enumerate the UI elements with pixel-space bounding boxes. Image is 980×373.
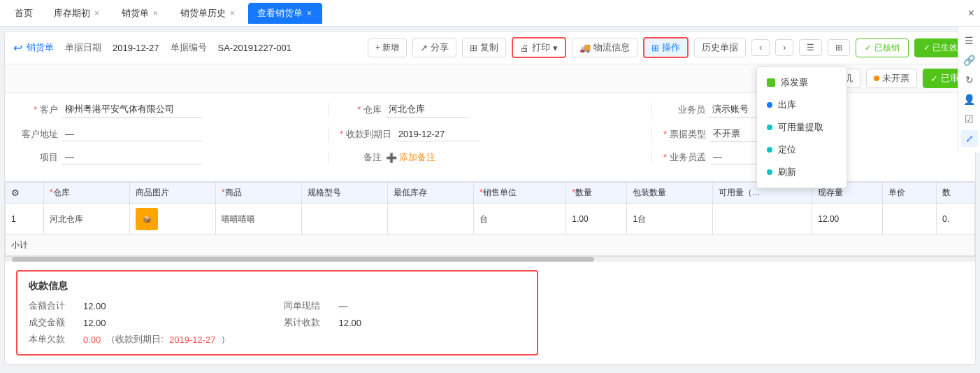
history-button[interactable]: 历史单据 [694, 38, 746, 57]
avail-extract-label: 可用量提取 [778, 121, 823, 134]
tab-view-sales[interactable]: 查看销货单 × [248, 3, 322, 24]
payment-date-value: 2019-12-27 [396, 127, 480, 141]
deal-amount-label: 成交金额 [29, 316, 78, 329]
deal-amount-value: 12.00 [83, 318, 106, 328]
subtotal-label: 小计 [6, 235, 975, 256]
copy-button[interactable]: ⊞ 复制 [462, 38, 506, 57]
col-price: 单价 [882, 183, 937, 204]
operation-icon: ⊞ [651, 43, 659, 53]
col-img: 商品图片 [129, 183, 215, 204]
dropdown-locate[interactable]: 定位 [757, 139, 846, 161]
share-button[interactable]: ↗ 分享 [412, 38, 456, 57]
sidebar-check-icon[interactable]: ☑ [961, 111, 978, 127]
customer-field: * 客户 柳州粤港平安气体有限公司 [16, 101, 317, 118]
tab-inventory-label: 库存期初 [54, 7, 90, 20]
share-icon: ↗ [420, 43, 428, 53]
tab-home-label: 首页 [15, 7, 33, 20]
print-arrow: ▾ [553, 43, 558, 53]
payment-date-required: * 收款到期日 [340, 128, 391, 141]
product-image: 📦 [136, 208, 158, 230]
col-pkg: 包装数量 [627, 183, 713, 204]
cumulative-row: 累计收款 12.00 [284, 316, 525, 329]
amount-row: 金额合计 12.00 [29, 300, 270, 312]
cell-img: 📦 [129, 204, 215, 235]
tab-home[interactable]: 首页 [6, 3, 42, 24]
next-button[interactable]: › [775, 39, 793, 56]
grid-view-button[interactable]: ⊞ [828, 39, 850, 56]
logistics-icon: 🚚 [579, 43, 591, 53]
address-label: 客户地址 [16, 128, 58, 141]
sidebar-link-icon[interactable]: 🔗 [961, 52, 978, 69]
payment-grid: 金额合计 12.00 同单现结 — 成交金额 12.00 累计收款 12.00 [29, 300, 526, 346]
add-note-label: 添加备注 [399, 151, 435, 164]
table-row: 1 河北仓库 📦 嘻嘻嘻嘻 台 1.00 1台 12.00 [6, 204, 975, 235]
tab-sales[interactable]: 销货单 × [113, 3, 168, 24]
amount-label: 金额合计 [29, 300, 78, 312]
new-button[interactable]: + 新增 [368, 38, 407, 57]
col-product: *商品 [215, 183, 301, 204]
note-field: 备注 ➕ 添加备注 [340, 151, 640, 164]
dropdown-avail-extract[interactable]: 可用量提取 [757, 116, 846, 139]
sep3 [328, 127, 329, 141]
scroll-thumb[interactable] [12, 257, 594, 262]
note-label: 备注 [340, 151, 382, 164]
same-order-settle-row: 同单现结 — [284, 300, 525, 312]
tab-inventory-close[interactable]: × [93, 8, 101, 18]
sidebar-rotate-icon[interactable]: ↻ [961, 71, 978, 88]
col-amount: 数 [937, 183, 975, 204]
operation-button[interactable]: ⊞ 操作 [643, 37, 689, 58]
tab-inventory[interactable]: 库存期初 × [45, 3, 110, 24]
project-label: 项目 [16, 151, 58, 164]
cell-stock: 12.00 [812, 204, 882, 235]
customer-value: 柳州粤港平安气体有限公司 [62, 101, 202, 118]
add-note-button[interactable]: ➕ 添加备注 [386, 151, 435, 164]
cell-pkg: 1台 [627, 204, 713, 235]
sidebar-list-icon[interactable]: ☰ [961, 32, 978, 49]
prev-button[interactable]: ‹ [751, 39, 770, 56]
tab-sales-history-close[interactable]: × [229, 8, 236, 18]
cell-unit: 台 [473, 204, 566, 235]
tab-sales-label: 销货单 [122, 7, 149, 20]
not-open-label: 未开票 [882, 72, 909, 85]
check-icon: ✓ [930, 73, 938, 84]
print-label: 打印 [532, 41, 550, 54]
balance-note-end: ） [221, 333, 270, 346]
scroll-bar[interactable] [5, 256, 975, 262]
copy-label: 复制 [480, 41, 498, 54]
ticket-type-required: * 票据类型 [663, 128, 706, 141]
tab-view-sales-label: 查看销货单 [257, 7, 303, 20]
cell-warehouse: 河北仓库 [43, 204, 129, 235]
doc-title: ↩ 销货单 [13, 41, 54, 55]
tab-sales-history-label: 销货单历史 [180, 7, 226, 20]
cumulative-value: 12.00 [338, 318, 361, 328]
dropdown-outbound[interactable]: 出库 [757, 94, 846, 116]
logistics-button[interactable]: 🚚 物流信息 [572, 38, 637, 57]
cell-no: 1 [6, 204, 44, 235]
same-order-settle-label: 同单现结 [284, 300, 333, 312]
not-open-button[interactable]: 未开票 [866, 69, 917, 88]
salesperson-label: 业务员 [663, 104, 705, 116]
list-view-button[interactable]: ☰ [799, 39, 822, 56]
cumulative-label: 累计收款 [284, 316, 333, 329]
warehouse-field: * 仓库 河北仓库 [340, 101, 640, 118]
cancel-status-button[interactable]: ✓ 已核销 [856, 38, 908, 57]
tab-sales-history[interactable]: 销货单历史 × [171, 3, 245, 24]
sidebar-expand-icon[interactable]: ⤢ [961, 130, 978, 147]
col-gear[interactable]: ⚙ [6, 183, 44, 204]
header-actions: + 新增 ↗ 分享 ⊞ 复制 🖨 打印 ▾ 🚚 物流信息 [368, 37, 967, 58]
deal-amount-row: 成交金额 12.00 [29, 316, 270, 329]
table-container: ⚙ *仓库 商品图片 *商品 规格型号 最低库存 *销售单位 *数量 包装数量 … [5, 181, 975, 262]
not-open-dot [874, 76, 879, 81]
balance-label: 本单欠款 [29, 333, 78, 346]
dropdown-refresh[interactable]: 刷新 [757, 161, 846, 183]
dropdown-add-invoice[interactable]: 添发票 [757, 71, 846, 94]
sidebar-user-icon[interactable]: 👤 [961, 91, 978, 108]
print-button[interactable]: 🖨 打印 ▾ [512, 37, 566, 58]
close-all-tabs[interactable]: × [968, 7, 974, 20]
tab-sales-close[interactable]: × [152, 8, 159, 18]
balance-row: 本单欠款 0.00 （收款到期日: 2019-12-27 ） [29, 333, 270, 346]
amount-value: 12.00 [83, 301, 106, 311]
tab-view-sales-close[interactable]: × [305, 8, 313, 18]
address-field: 客户地址 — [16, 127, 317, 141]
locate-icon [767, 147, 772, 153]
